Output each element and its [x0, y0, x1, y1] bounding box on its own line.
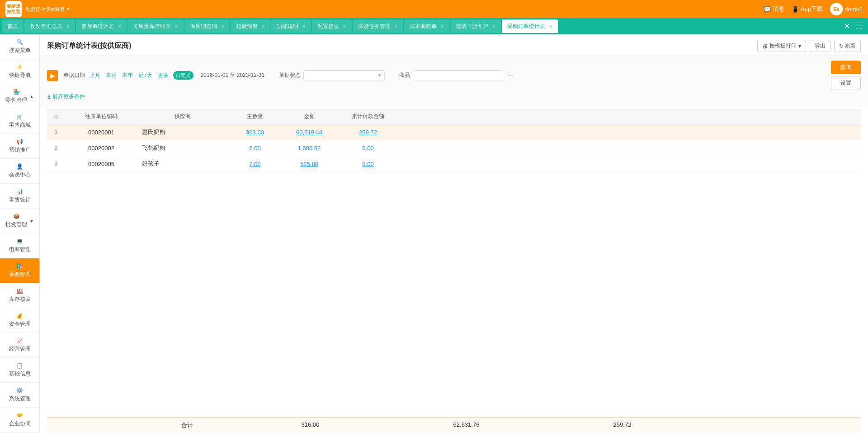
tab-available-inv[interactable]: 可用量库存账本 ✕ — [127, 19, 184, 33]
row2-qty: 6.00 — [228, 140, 282, 156]
col-code: 往来单位编码 — [65, 109, 137, 124]
tab-invite-down-close[interactable]: ✕ — [492, 24, 495, 29]
table-row[interactable]: 2 00020002 飞鹤奶粉 6.00 1,586.52 0.00 — [47, 140, 861, 156]
template-print-button[interactable]: 🖨 按模板打印 ▾ — [757, 40, 806, 52]
sidebar-item-retail[interactable]: 🏪 零售管理 ▲ — [0, 84, 39, 109]
col-supplier: 供应商 — [137, 109, 228, 124]
sidebar-item-search[interactable]: 🔍 搜索菜单 — [0, 34, 39, 59]
tab-close-all-icon[interactable]: ✕ — [842, 22, 852, 31]
shortcut-this-month[interactable]: 本月 — [104, 71, 118, 80]
tab-pick-task-close[interactable]: ✕ — [394, 24, 398, 29]
quick-nav-icon: ⚡ — [16, 64, 23, 70]
sys-mgmt-icon: ⚙️ — [16, 387, 23, 394]
expand-more-btn[interactable]: ⊻ 展开更多条件 — [47, 93, 861, 100]
table-footer: 合计 316.00 62,631.76 259.72 — [47, 417, 861, 433]
tab-cost-adjust-label: 成本调整单 — [410, 23, 437, 30]
row1-paid: 259.72 — [336, 124, 400, 140]
shortcut-7days[interactable]: 近7天 — [137, 71, 154, 80]
export-button[interactable]: 导出 — [810, 40, 830, 52]
row3-supplier: 好孩子 — [137, 156, 228, 172]
ecommerce-icon: 💻 — [16, 238, 23, 244]
tab-cost-adjust[interactable]: 成本调整单 ✕ — [404, 19, 449, 33]
operations-icon: 📈 — [16, 338, 23, 344]
basic-info-icon: 📋 — [16, 362, 23, 369]
status-select[interactable] — [303, 70, 385, 81]
status-filter-group: 单据状态 — [279, 70, 385, 81]
sidebar-item-operations[interactable]: 📈 经营管理 — [0, 333, 39, 358]
shortcut-last-month[interactable]: 上月 — [88, 71, 102, 80]
tab-config[interactable]: 配置信息 ✕ — [312, 19, 352, 33]
goods-input[interactable] — [413, 70, 503, 81]
tab-pick-task[interactable]: 拣货任务管理 ✕ — [353, 19, 403, 33]
custom-date-tag[interactable]: 自定义 — [173, 71, 193, 80]
tab-overstock-label: 超储预警 — [236, 23, 258, 30]
tab-overstock[interactable]: 超储预警 ✕ — [231, 19, 270, 33]
goods-more-icon[interactable]: ··· — [506, 71, 515, 80]
print-icon: 🖨 — [762, 43, 768, 49]
workspace-selector[interactable]: 母婴行业演示账套 ▾ — [25, 6, 70, 13]
tab-purchase-stat[interactable]: 采购订单统计表 ✕ — [502, 19, 558, 33]
shortcut-this-year[interactable]: 本年 — [120, 71, 135, 80]
tab-overstock-close[interactable]: ✕ — [261, 24, 265, 29]
tab-config-label: 配置信息 — [317, 23, 339, 30]
tab-func-desc-close[interactable]: ✕ — [302, 24, 306, 29]
search-icon: 🔍 — [16, 39, 23, 45]
table-row[interactable]: 1 00020001 惠氏奶粉 303.00 60,519.44 259.72 — [47, 124, 861, 140]
tab-func-desc[interactable]: 功能说明 ✕ — [271, 19, 311, 33]
sidebar-item-retail-stat[interactable]: 📊 零售统计 — [0, 184, 39, 209]
tab-warranty[interactable]: 保质期查询 ✕ — [184, 19, 230, 33]
sidebar-item-member[interactable]: 👤 会员中心 — [0, 159, 39, 184]
tab-pick-task-label: 拣货任务管理 — [358, 23, 391, 30]
wholesale-arrow-icon: ▼ — [29, 219, 34, 224]
tab-available-inv-close[interactable]: ✕ — [175, 24, 178, 29]
tab-invite-down[interactable]: 邀请下游客户 ✕ — [450, 19, 501, 33]
tab-purchase-stat-close[interactable]: ✕ — [549, 24, 552, 29]
purchase-icon: 🛍️ — [16, 263, 23, 269]
sidebar-item-inventory[interactable]: 🏭 库存核算 — [0, 283, 39, 308]
query-button[interactable]: 查询 — [831, 61, 861, 74]
tab-home[interactable]: 首页 — [2, 19, 24, 33]
wholesale-icon: 📦 — [13, 213, 20, 219]
tab-collect-pay[interactable]: 收发存汇总表 ✕ — [24, 19, 75, 33]
date-filter-group: 单据日期 上月 本月 本年 近7天 更多 自定义 — [63, 71, 193, 80]
refresh-button[interactable]: ↻ 刷新 — [834, 40, 861, 52]
tab-config-close[interactable]: ✕ — [343, 24, 346, 29]
table-row[interactable]: 3 00020005 好孩子 7.00 525.80 0.00 — [47, 156, 861, 172]
retail-mall-icon: 🛒 — [16, 114, 23, 120]
column-settings-icon[interactable]: ⚙ — [53, 113, 59, 120]
tab-warranty-close[interactable]: ✕ — [221, 24, 224, 29]
sidebar-item-marketing[interactable]: 📢 营销推广 — [0, 134, 39, 159]
sidebar-item-wholesale[interactable]: 📦 批发管理 ▼ — [0, 209, 39, 233]
tab-order-stat[interactable]: 要货单统计表 ✕ — [76, 19, 127, 33]
sidebar-item-basic-info[interactable]: 📋 基础信息 — [0, 358, 39, 383]
sidebar-item-finance[interactable]: 💰 资金管理 — [0, 308, 39, 333]
message-btn[interactable]: 💬 消息 — [764, 5, 784, 13]
expand-icon: ⊻ — [47, 94, 51, 100]
tab-maximize-icon[interactable]: ⛶ — [854, 22, 864, 31]
sidebar-item-ecommerce[interactable]: 💻 电商管理 — [0, 233, 39, 258]
nav-tabs: 首页 收发存汇总表 ✕ 要货单统计表 ✕ 可用量库存账本 ✕ 保质期查询 ✕ 超… — [0, 18, 868, 34]
sidebar-item-enterprise[interactable]: 🤝 企业协同 — [0, 408, 39, 433]
sidebar-item-sys-mgmt[interactable]: ⚙️ 系统管理 — [0, 383, 39, 408]
refresh-icon: ↻ — [839, 43, 844, 49]
page-title: 采购订单统计表(按供应商) — [47, 41, 132, 51]
shortcut-more[interactable]: 更多 — [156, 71, 170, 80]
tab-collect-pay-close[interactable]: ✕ — [66, 24, 70, 29]
sidebar-item-purchase[interactable]: 🛍️ 采购管理 — [0, 258, 39, 283]
sidebar-item-retail-mall[interactable]: 🛒 零售商城 — [0, 109, 39, 134]
filter-actions: 查询 设置 — [831, 61, 861, 90]
row2-no: 2 — [47, 140, 65, 156]
tab-order-stat-close[interactable]: ✕ — [118, 24, 121, 29]
filter-area: ▶ 单据日期 上月 本月 本年 近7天 更多 自定义 2016-01-01 — [40, 56, 868, 105]
sidebar-item-quick-nav[interactable]: ⚡ 快捷导航 — [0, 59, 39, 84]
footer-qty: 316.00 — [232, 421, 388, 429]
user-menu[interactable]: Ea demo2 — [830, 3, 863, 15]
content-area: 采购订单统计表(按供应商) 🖨 按模板打印 ▾ 导出 ↻ 刷新 ▶ — [40, 34, 868, 433]
enterprise-icon: 🤝 — [16, 412, 23, 419]
app-download-btn[interactable]: 📱 App下载 — [792, 5, 823, 13]
settings-button[interactable]: 设置 — [831, 76, 861, 90]
filter-toggle-button[interactable]: ▶ — [47, 70, 58, 81]
tab-cost-adjust-close[interactable]: ✕ — [440, 24, 444, 29]
col-paid: 累计付款金额 — [336, 109, 400, 124]
inventory-icon: 🏭 — [16, 288, 23, 294]
